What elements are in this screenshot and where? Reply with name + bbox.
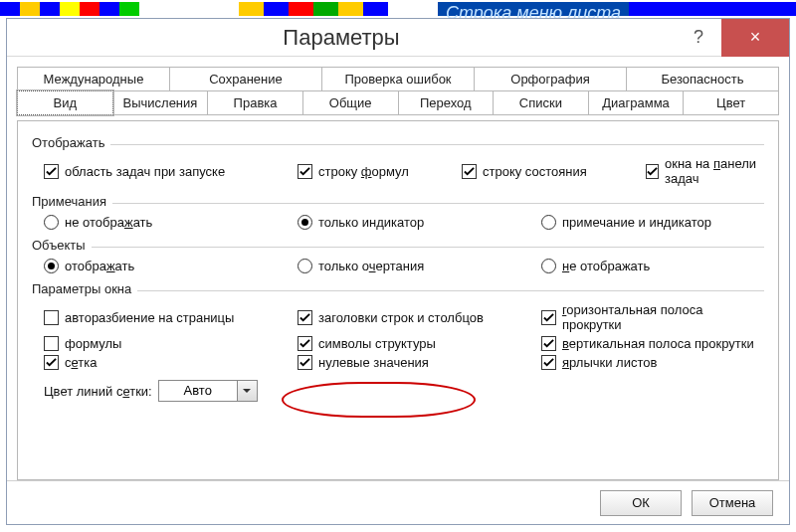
tab-spelling[interactable]: Орфография <box>474 67 627 91</box>
radio-comments-indicator[interactable] <box>298 215 312 230</box>
group-objects: Объекты <box>32 238 764 253</box>
combo-grid-color-value: Авто <box>159 381 237 401</box>
label-sheet-tabs: ярлычки листов <box>562 355 657 370</box>
cancel-button[interactable]: Отмена <box>692 490 773 516</box>
label-comments-none: не отображать <box>65 215 152 230</box>
tab-lists[interactable]: Списки <box>493 90 589 115</box>
label-objects-show: отображать <box>65 259 134 273</box>
checkbox-zeros[interactable] <box>298 355 312 370</box>
label-formula-bar: строку формул <box>318 164 409 179</box>
radio-objects-show[interactable] <box>44 259 59 273</box>
group-display: Отображать <box>32 135 764 150</box>
tab-edit[interactable]: Правка <box>207 90 303 115</box>
label-hscroll: горизонтальная полоса прокрутки <box>562 302 764 332</box>
radio-comments-none[interactable] <box>44 215 59 230</box>
label-objects-placeholders: только очертания <box>318 259 424 273</box>
tab-save[interactable]: Сохранение <box>169 67 322 91</box>
tab-chart[interactable]: Диаграмма <box>588 90 685 115</box>
options-dialog: Параметры ? × Международные Сохранение П… <box>6 18 790 525</box>
tab-security[interactable]: Безопасность <box>626 67 779 91</box>
close-button[interactable]: × <box>721 19 789 57</box>
sheet-menu-banner: Строка меню листа <box>438 2 629 16</box>
label-grid-color: Цвет линий сетки: <box>44 384 152 399</box>
combo-grid-color[interactable]: Авто <box>158 380 258 402</box>
dialog-title: Параметры <box>7 25 676 51</box>
tab-general[interactable]: Общие <box>302 90 399 115</box>
background-decoration: Строка меню листа <box>0 0 796 18</box>
checkbox-status-bar[interactable] <box>462 164 477 179</box>
ok-button[interactable]: ОК <box>600 490 682 516</box>
label-comments-indicator: только индикатор <box>318 215 424 230</box>
label-vscroll: вертикальная полоса прокрутки <box>562 336 754 351</box>
checkbox-page-breaks[interactable] <box>44 310 59 325</box>
radio-objects-placeholders[interactable] <box>298 259 312 273</box>
tab-error-checking[interactable]: Проверка ошибок <box>321 67 475 91</box>
tab-color[interactable]: Цвет <box>683 90 779 115</box>
checkbox-task-pane[interactable] <box>44 164 59 179</box>
tab-strip: Международные Сохранение Проверка ошибок… <box>7 57 789 121</box>
tab-calculation[interactable]: Вычисления <box>112 90 209 115</box>
checkbox-formulas[interactable] <box>44 336 59 351</box>
radio-objects-hide[interactable] <box>541 259 556 273</box>
label-task-pane: область задач при запуске <box>65 164 225 179</box>
checkbox-outline[interactable] <box>298 336 312 351</box>
label-objects-hide: не отображать <box>562 259 650 273</box>
checkbox-hscroll[interactable] <box>541 310 556 325</box>
dialog-button-bar: ОК Отмена <box>7 480 789 524</box>
checkbox-sheet-tabs[interactable] <box>541 355 556 370</box>
label-headers: заголовки строк и столбцов <box>318 310 484 325</box>
checkbox-windows-taskbar[interactable] <box>646 164 659 179</box>
group-window-params: Параметры окна <box>32 281 764 296</box>
tab-international[interactable]: Международные <box>17 67 170 91</box>
checkbox-headers[interactable] <box>298 310 312 325</box>
chevron-down-icon[interactable] <box>237 381 257 401</box>
checkbox-gridlines[interactable] <box>44 355 59 370</box>
label-page-breaks: авторазбиение на страницы <box>65 310 234 325</box>
label-outline: символы структуры <box>318 336 436 351</box>
options-panel: Отображать область задач при запуске стр… <box>17 120 779 480</box>
label-gridlines: сетка <box>65 355 97 370</box>
radio-comments-both[interactable] <box>541 215 556 230</box>
tab-view[interactable]: Вид <box>17 90 113 115</box>
label-windows-taskbar: окна на панели задач <box>665 156 764 186</box>
titlebar: Параметры ? × <box>7 19 789 57</box>
label-comments-both: примечание и индикатор <box>562 215 711 230</box>
label-status-bar: строку состояния <box>483 164 587 179</box>
checkbox-vscroll[interactable] <box>541 336 556 351</box>
group-comments: Примечания <box>32 194 764 209</box>
help-button[interactable]: ? <box>676 19 721 57</box>
label-formulas: формулы <box>65 336 121 351</box>
tab-transition[interactable]: Переход <box>398 90 495 115</box>
checkbox-formula-bar[interactable] <box>298 164 312 179</box>
label-zeros: нулевые значения <box>318 355 429 370</box>
